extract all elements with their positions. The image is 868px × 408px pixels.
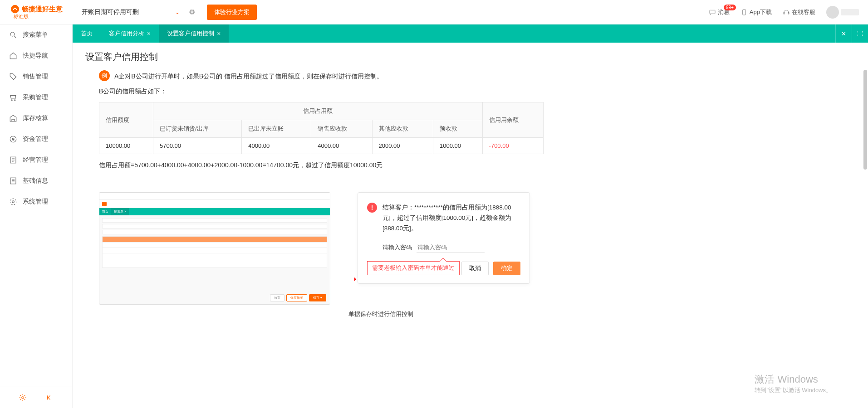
fullscreen-icon[interactable]: ⛶	[852, 24, 868, 43]
tab-credit-control[interactable]: 设置客户信用控制 ×	[159, 24, 229, 43]
chevron-down-icon: ⌄	[175, 9, 180, 15]
td-other: 2000.00	[372, 138, 433, 154]
messages-link[interactable]: 消息 99+	[709, 8, 730, 16]
scrollbar-thumb[interactable]	[863, 70, 867, 170]
th-balance: 信用用余额	[482, 102, 543, 138]
example-subtext: B公司的信用额占如下：	[99, 87, 842, 96]
customer-service-link[interactable]: 在线客服	[783, 8, 815, 16]
brand-block: 畅捷通好生意 标准版	[0, 0, 73, 24]
money-icon	[9, 135, 17, 143]
account-date-selector[interactable]: 开账日期可停用可删 ⌄	[82, 8, 180, 16]
app-download-link[interactable]: App下载	[740, 8, 772, 16]
user-menu[interactable]	[826, 6, 859, 19]
page-title: 设置客户信用控制	[85, 51, 855, 63]
gear-icon[interactable]: ⚙	[189, 8, 195, 16]
avatar-icon	[826, 6, 839, 19]
user-name-placeholder	[841, 9, 859, 15]
th-shipped: 已出库未立账	[242, 120, 311, 138]
cancel-button[interactable]: 取消	[461, 262, 489, 275]
tag-icon	[9, 73, 17, 81]
search-icon	[9, 31, 17, 39]
info-icon	[9, 177, 17, 185]
close-icon[interactable]: ×	[217, 30, 221, 37]
password-label: 请输入密码	[383, 243, 412, 252]
home-icon	[9, 52, 17, 60]
sidebar-item-purchase[interactable]: 采购管理	[0, 87, 72, 108]
td-prepaid: 1000.00	[433, 138, 482, 154]
credit-table: 信用额度 信用占用额 信用用余额 已订货未销货/出库 已出库未立账 销售应收款 …	[99, 102, 544, 154]
cart-icon	[9, 93, 17, 102]
message-icon	[709, 9, 716, 16]
headset-icon	[783, 9, 790, 16]
svg-rect-1	[710, 10, 715, 14]
sidebar-item-funds[interactable]: 资金管理	[0, 129, 72, 150]
svg-rect-2	[743, 10, 746, 15]
collapse-icon[interactable]	[45, 393, 54, 402]
experience-button[interactable]: 体验行业方案	[207, 5, 257, 20]
tab-credit-analysis[interactable]: 客户信用分析 ×	[101, 24, 159, 43]
embedded-screenshot: 首页销货单 ×	[99, 192, 330, 305]
sidebar-item-inventory[interactable]: 库存核算	[0, 108, 72, 129]
message-badge: 99+	[724, 5, 736, 10]
example-description: A企对B公司进行开单时，如果B公司的 信用占用额超过了信用额度，则在保存时进行信…	[114, 71, 383, 81]
report-icon	[9, 156, 17, 164]
th-ordered: 已订货未销货/出库	[153, 120, 241, 138]
warning-icon: !	[367, 203, 377, 213]
svg-point-12	[10, 199, 16, 205]
svg-point-11	[12, 201, 15, 203]
formula-text: 信用占用额=5700.00+4000.00+4000.00+2000.00-10…	[99, 161, 842, 170]
warehouse-icon	[9, 114, 17, 122]
td-credit-limit: 10000.00	[99, 138, 153, 154]
td-balance: -700.00	[482, 138, 543, 154]
th-prepaid: 预收款	[433, 120, 482, 138]
svg-point-0	[11, 5, 19, 13]
svg-point-7	[15, 100, 15, 101]
sidebar-item-business[interactable]: 经营管理	[0, 150, 72, 170]
illustration-caption: 单据保存时进行信用控制	[348, 310, 413, 318]
svg-point-13	[22, 397, 24, 399]
svg-point-5	[10, 32, 15, 36]
td-receivable: 4000.00	[311, 138, 372, 154]
brand-logo-icon	[10, 4, 20, 14]
brand-name: 畅捷通好生意	[22, 5, 63, 14]
sidebar-item-basic[interactable]: 基础信息	[0, 170, 72, 191]
sidebar-item-quicknav[interactable]: 快捷导航	[0, 45, 72, 66]
svg-point-6	[11, 100, 12, 101]
connector-line-icon	[331, 279, 358, 279]
sidebar-item-system[interactable]: 系统管理	[0, 191, 72, 212]
brand-edition: 标准版	[14, 13, 29, 20]
th-other: 其他应收款	[372, 120, 433, 138]
svg-rect-3	[784, 12, 785, 14]
sidebar-item-sales[interactable]: 销售管理	[0, 66, 72, 87]
settings-icon[interactable]	[19, 393, 27, 402]
td-shipped: 4000.00	[242, 138, 311, 154]
credit-warning-dialog: ! 结算客户：************的信用占用额为[1888.00元]，超过了…	[358, 192, 530, 284]
th-occupy-group: 信用占用额	[153, 102, 482, 120]
mobile-icon	[740, 9, 748, 16]
dialog-note: 需要老板输入密码本单才能通过	[367, 261, 460, 275]
th-receivable: 销售应收款	[311, 120, 372, 138]
account-date-label: 开账日期可停用可删	[82, 8, 139, 16]
system-icon	[9, 198, 17, 206]
td-ordered: 5700.00	[153, 138, 241, 154]
password-input[interactable]	[417, 242, 485, 253]
connector-line-icon	[331, 279, 331, 311]
tab-home[interactable]: 首页	[73, 24, 101, 43]
close-icon[interactable]: ×	[147, 30, 151, 37]
dialog-message: 结算客户：************的信用占用额为[1888.00元]，超过了信用…	[383, 203, 520, 234]
confirm-button[interactable]: 确定	[493, 262, 520, 275]
close-all-icon[interactable]: ✕	[835, 24, 852, 43]
th-credit-limit: 信用额度	[99, 102, 153, 138]
svg-rect-10	[10, 178, 16, 184]
sidebar-item-search[interactable]: 搜索菜单	[0, 24, 72, 45]
example-badge-icon: 例	[99, 70, 110, 81]
